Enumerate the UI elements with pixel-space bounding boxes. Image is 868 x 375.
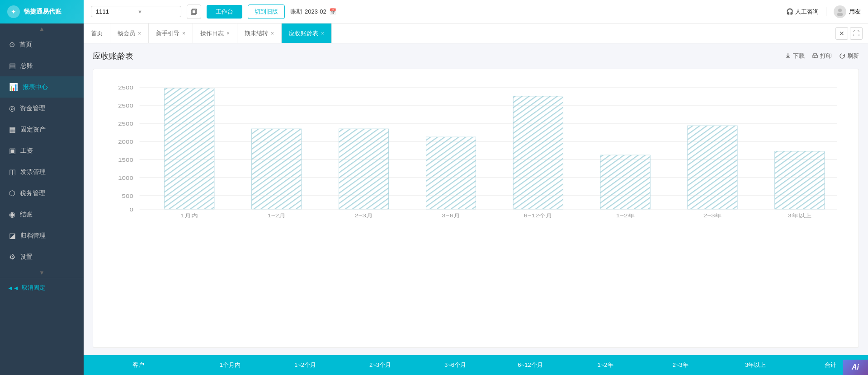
cancel-pin-button[interactable]: ◄◄ 取消固定 <box>0 278 84 297</box>
sidebar-item-closing[interactable]: ◉ 结账 <box>0 204 84 225</box>
svg-text:3年以上: 3年以上 <box>788 213 811 218</box>
reports-icon: 📊 <box>9 83 18 91</box>
logo-icon: ✦ <box>7 5 20 18</box>
bar-2-3-year <box>688 126 737 209</box>
close-all-button[interactable]: ✕ <box>835 27 848 40</box>
page-actions: 下载 打印 刷新 <box>785 52 859 60</box>
bar-1-2-year <box>600 155 650 209</box>
user-area[interactable]: 用友 <box>834 5 861 18</box>
tab-aging[interactable]: 应收账龄表 × <box>282 23 332 43</box>
refresh-button[interactable]: 刷新 <box>839 52 859 60</box>
close-icon[interactable]: × <box>182 30 185 37</box>
maximize-button[interactable]: ⛶ <box>850 27 863 40</box>
tab-member[interactable]: 畅会员 × <box>110 23 149 43</box>
sidebar-item-archive[interactable]: ◪ 归档管理 <box>0 225 84 246</box>
print-button[interactable]: 打印 <box>812 52 832 60</box>
close-icon[interactable]: × <box>271 30 274 37</box>
scroll-up-button[interactable]: ▲ <box>0 23 84 34</box>
page-title: 应收账龄表 <box>93 51 133 61</box>
sidebar-item-label: 固定资产 <box>20 126 46 134</box>
tax-icon: ⬡ <box>9 189 15 197</box>
sidebar-item-ledger[interactable]: ▤ 总账 <box>0 55 84 76</box>
tab-guide[interactable]: 新手引导 × <box>149 23 193 43</box>
workbench-button[interactable]: 工作台 <box>207 5 242 19</box>
tab-oplog[interactable]: 操作日志 × <box>193 23 237 43</box>
sidebar-item-label: 工资 <box>20 147 33 155</box>
scroll-down-button[interactable]: ▼ <box>0 267 84 278</box>
close-icon[interactable]: × <box>321 30 324 37</box>
sidebar-item-reports[interactable]: 📊 报表中心 <box>0 76 84 98</box>
ai-badge[interactable]: Ai <box>843 360 868 375</box>
period-value: 2023-02 <box>305 8 326 15</box>
tab-closing[interactable]: 期末结转 × <box>237 23 282 43</box>
switch-version-button[interactable]: 切到旧版 <box>248 5 285 19</box>
content-area: 首页 畅会员 × 新手引导 × 操作日志 × 期末结转 × 应收账龄表 × <box>84 23 868 375</box>
sidebar-item-label: 资金管理 <box>20 104 45 112</box>
svg-text:500: 500 <box>122 193 133 199</box>
col-2-3year: 2~3年 <box>643 361 718 369</box>
consult-button[interactable]: 🎧 人工咨询 <box>786 8 819 16</box>
logo-text: 畅捷通易代账 <box>24 8 61 16</box>
sidebar-item-salary[interactable]: ▣ 工资 <box>0 140 84 161</box>
download-button[interactable]: 下载 <box>785 52 805 60</box>
period-label: 账期 <box>290 8 302 16</box>
user-name: 用友 <box>849 8 861 16</box>
closing-icon: ◉ <box>9 210 15 219</box>
sidebar-item-label: 结账 <box>20 211 33 219</box>
bar-6-12-month <box>513 96 563 209</box>
sidebar-item-label: 总账 <box>20 62 33 70</box>
col-3plus: 3年以上 <box>718 361 793 369</box>
divider <box>826 7 826 16</box>
company-name: 1111 <box>96 8 135 15</box>
company-selector[interactable]: 1111 ▼ <box>91 6 181 17</box>
sidebar-item-invoice[interactable]: ◫ 发票管理 <box>0 161 84 183</box>
copy-button[interactable] <box>187 5 201 19</box>
tab-label: 畅会员 <box>118 29 135 38</box>
svg-text:1500: 1500 <box>118 157 133 163</box>
col-2-3month: 2~3个月 <box>343 361 418 369</box>
svg-text:1000: 1000 <box>118 175 133 181</box>
tab-label: 首页 <box>91 29 103 38</box>
avatar <box>834 5 846 18</box>
svg-text:1~2月: 1~2月 <box>267 213 286 218</box>
tab-home[interactable]: 首页 <box>84 23 110 43</box>
sidebar-item-label: 设置 <box>20 253 33 261</box>
tab-label: 期末结转 <box>245 29 268 38</box>
sidebar-item-label: 发票管理 <box>20 168 46 176</box>
svg-rect-4 <box>813 55 817 58</box>
headset-icon: 🎧 <box>786 8 793 15</box>
calendar-icon[interactable]: 📅 <box>329 8 336 15</box>
download-label: 下载 <box>793 52 805 60</box>
page-header: 应收账龄表 下载 打印 刷新 <box>93 51 859 61</box>
svg-text:2~3年: 2~3年 <box>703 213 722 218</box>
svg-text:6~12个月: 6~12个月 <box>524 213 552 218</box>
sidebar-item-assets[interactable]: ▦ 固定资产 <box>0 119 84 140</box>
sidebar-item-tax[interactable]: ⬡ 税务管理 <box>0 183 84 204</box>
salary-icon: ▣ <box>9 146 16 155</box>
svg-text:1月内: 1月内 <box>181 213 198 218</box>
svg-text:0: 0 <box>129 207 133 212</box>
close-icon[interactable]: × <box>138 30 141 37</box>
header-right: 🎧 人工咨询 用友 <box>786 5 861 18</box>
svg-text:2000: 2000 <box>118 139 133 145</box>
table-header: 客户 1个月内 1~2个月 2~3个月 3~6个月 6~12个月 1~2年 2~… <box>84 355 868 375</box>
svg-text:2500: 2500 <box>118 85 133 90</box>
period-area: 账期 2023-02 📅 <box>290 8 336 16</box>
pin-icon: ◄◄ <box>7 285 19 291</box>
sidebar-item-home[interactable]: ⊙ 首页 <box>0 34 84 55</box>
col-customer: 客户 <box>84 361 193 369</box>
svg-text:2500: 2500 <box>118 121 133 127</box>
col-1-2year: 1~2年 <box>568 361 643 369</box>
col-6-12month: 6~12个月 <box>493 361 568 369</box>
sidebar-item-funds[interactable]: ◎ 资金管理 <box>0 98 84 119</box>
consult-label: 人工咨询 <box>795 8 819 16</box>
svg-point-2 <box>838 9 842 12</box>
bar-3plus-year <box>775 151 825 209</box>
close-icon[interactable]: × <box>226 30 230 37</box>
bar-2-3-month <box>339 129 388 209</box>
ledger-icon: ▤ <box>9 61 16 70</box>
sidebar-item-label: 税务管理 <box>20 189 45 197</box>
col-3-6month: 3~6个月 <box>418 361 493 369</box>
sidebar-item-settings[interactable]: ⚙ 设置 <box>0 246 84 267</box>
svg-text:3~6月: 3~6月 <box>442 213 460 218</box>
